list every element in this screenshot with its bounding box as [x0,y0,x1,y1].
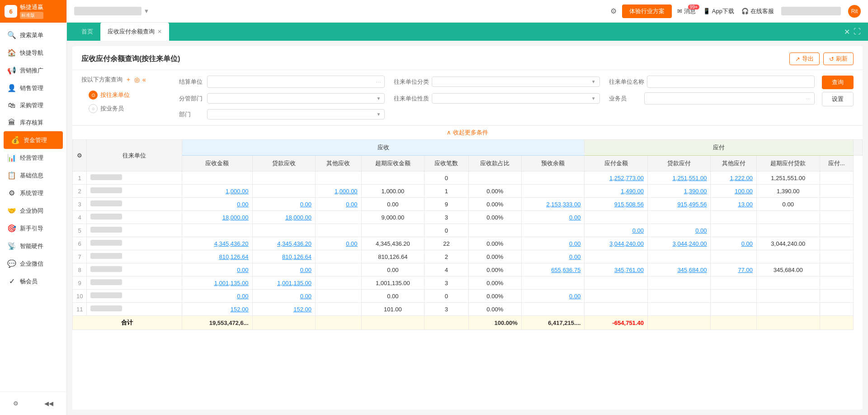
row-ap-amount[interactable] [585,250,648,263]
sidebar-item-purchase[interactable]: 🛍 采购管理 [0,97,66,114]
row-ar-prepay[interactable] [521,303,585,316]
row-ar-prepay[interactable]: 0.00 [521,250,585,263]
sidebar-item-system[interactable]: ⚙ 系统管理 [0,184,66,202]
sidebar-item-hardware[interactable]: 📡 智能硬件 [0,237,66,255]
row-ar-amount[interactable]: 4,345,436.20 [182,237,252,250]
tab-home[interactable]: 首页 [74,23,100,41]
sidebar-item-sales[interactable]: 👤 销售管理 [0,79,66,97]
row-ap-other[interactable]: 100.00 [711,185,757,198]
message-btn[interactable]: ✉ 消息 99+ [677,7,696,15]
refresh-btn[interactable]: ↺ 刷新 [823,52,854,65]
sidebar-collapse-btn[interactable]: ◀◀ [41,396,57,410]
row-ap-amount[interactable]: 915,508.56 [585,198,648,211]
row-ar-other[interactable] [316,211,362,224]
row-ar-loan[interactable]: 0.00 [252,263,316,277]
row-ap-loan[interactable] [647,211,711,224]
row-ar-prepay[interactable] [521,224,585,237]
sidebar-item-basic[interactable]: 📋 基础信息 [0,167,66,184]
online-service-btn[interactable]: 🎧 在线客服 [741,7,774,15]
row-ap-loan[interactable]: 915,495.56 [647,198,711,211]
row-ap-amount[interactable] [585,290,648,303]
row-ap-loan[interactable]: 1,390.00 [647,185,711,198]
user-avatar[interactable]: Rit [848,5,861,18]
tab-close-icon[interactable]: ✕ [157,29,162,35]
app-download-btn[interactable]: 📱 App下载 [703,7,734,15]
row-ar-prepay[interactable]: 2,153,333.00 [521,198,585,211]
row-ap-amount[interactable] [585,277,648,290]
sidebar-item-member[interactable]: ✓ 畅会员 [0,272,66,290]
gear-icon[interactable]: ⚙ [610,7,617,15]
row-ar-prepay[interactable]: 0.00 [521,290,585,303]
row-ar-amount[interactable] [182,172,252,185]
row-ap-amount[interactable]: 1,490.00 [585,185,648,198]
row-ap-loan[interactable]: 3,044,240.00 [647,237,711,250]
sidebar-item-search[interactable]: 🔍 搜索菜单 [0,26,66,44]
trial-btn[interactable]: 体验行业方案 [622,5,672,18]
row-ap-amount[interactable] [585,211,648,224]
sidebar-item-wechat[interactable]: 💬 企业微信 [0,255,66,272]
row-ap-loan[interactable]: 1,251,551.00 [647,172,711,185]
scheme-option-partner[interactable]: ⊙ 按往来单位 [85,88,172,102]
row-ap-loan[interactable] [647,250,711,263]
scheme-option-salesman[interactable]: ○ 按业务员 [85,102,172,115]
row-ar-other[interactable]: 1,000.00 [316,185,362,198]
row-ap-amount[interactable]: 0.00 [585,224,648,237]
row-ar-other[interactable] [316,172,362,185]
sidebar-item-guide[interactable]: 🎯 新手引导 [0,219,66,237]
filter-dept-select[interactable]: ▼ [207,109,385,119]
tab-maximize-icon[interactable]: ⛶ [854,28,861,36]
sidebar-settings-btn[interactable]: ⚙ [9,396,22,410]
row-ap-loan[interactable]: 0.00 [647,224,711,237]
row-ap-amount[interactable]: 345,761.00 [585,263,648,277]
row-ar-amount[interactable]: 1,001,135.00 [182,277,252,290]
row-ap-loan[interactable] [647,277,711,290]
row-ap-other[interactable]: 1,222.00 [711,172,757,185]
row-ap-other[interactable]: 77.00 [711,263,757,277]
row-ar-prepay[interactable]: 0.00 [521,211,585,224]
partner-name-input-field[interactable] [651,78,795,85]
row-ar-loan[interactable] [252,224,316,237]
row-ar-amount[interactable]: 1,000.00 [182,185,252,198]
row-ap-other[interactable] [711,224,757,237]
sidebar-item-enterprise[interactable]: 🤝 企业协同 [0,202,66,219]
row-ap-loan[interactable] [647,303,711,316]
row-ar-loan[interactable]: 152.00 [252,303,316,316]
row-ar-other[interactable] [316,263,362,277]
row-ar-prepay[interactable]: 655,636.75 [521,263,585,277]
tab-close-all-icon[interactable]: ✕ [844,28,850,36]
filter-settlement-input[interactable]: ··· [207,76,385,88]
row-ar-other[interactable] [316,224,362,237]
query-btn[interactable]: 查询 [822,76,854,89]
row-ap-loan[interactable] [647,290,711,303]
row-ar-loan[interactable]: 1,001,135.00 [252,277,316,290]
row-ar-other[interactable] [316,303,362,316]
row-ap-other[interactable] [711,303,757,316]
sidebar-item-inventory[interactable]: 🏛 库存核算 [0,114,66,131]
row-ar-other[interactable]: 0.00 [316,198,362,211]
sidebar-item-quick-nav[interactable]: 🏠 快捷导航 [0,44,66,62]
settings-col-header[interactable]: ⚙ [73,140,87,172]
row-ar-loan[interactable]: 18,000.00 [252,211,316,224]
scheme-edit-icon[interactable]: ◎ [134,76,140,83]
row-ar-amount[interactable]: 152.00 [182,303,252,316]
settlement-input-field[interactable] [211,78,364,85]
scheme-add-icon[interactable]: ＋ [125,76,132,84]
row-ap-other[interactable] [711,211,757,224]
footer-ap-amount[interactable]: -654,751.40 [585,316,648,330]
sidebar-item-marketing[interactable]: 📢 营销推广 [0,62,66,79]
row-ar-prepay[interactable] [521,185,585,198]
row-ap-other[interactable] [711,290,757,303]
row-ar-loan[interactable]: 0.00 [252,290,316,303]
row-ar-other[interactable] [316,290,362,303]
row-ap-other[interactable] [711,277,757,290]
footer-ar-prepay[interactable]: 6,417,215.... [521,316,585,330]
row-ar-amount[interactable]: 0.00 [182,290,252,303]
row-ap-other[interactable]: 0.00 [711,237,757,250]
export-btn[interactable]: ↗ 导出 [789,52,820,65]
scheme-collapse-icon[interactable]: « [142,76,146,83]
row-ap-amount[interactable]: 1,252,773.00 [585,172,648,185]
salesman-input-field[interactable] [648,95,794,102]
row-ar-other[interactable] [316,277,362,290]
filter-partner-category-select[interactable]: ▼ [432,76,599,87]
row-ar-amount[interactable]: 0.00 [182,263,252,277]
